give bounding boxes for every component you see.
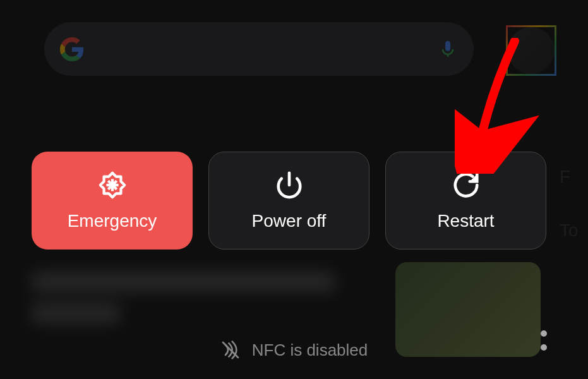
google-search-bar bbox=[44, 22, 474, 76]
nfc-status-text: NFC is disabled bbox=[252, 340, 368, 360]
restart-label: Restart bbox=[437, 211, 494, 231]
emergency-button[interactable]: Emergency bbox=[32, 152, 193, 250]
poweroff-button[interactable]: Power off bbox=[208, 152, 369, 250]
power-menu: Emergency Power off Restart bbox=[32, 152, 546, 250]
restart-button[interactable]: Restart bbox=[385, 152, 546, 250]
nfc-disabled-icon bbox=[220, 340, 241, 360]
nfc-status: NFC is disabled bbox=[0, 340, 588, 360]
poweroff-label: Power off bbox=[252, 211, 327, 231]
emergency-label: Emergency bbox=[68, 211, 157, 231]
power-icon bbox=[275, 171, 304, 200]
emergency-icon bbox=[98, 171, 127, 200]
cropped-side-text: F To bbox=[560, 161, 588, 247]
restart-icon bbox=[452, 171, 481, 200]
profile-avatar bbox=[506, 25, 556, 76]
blurred-headline bbox=[32, 272, 347, 335]
google-logo-icon bbox=[60, 37, 84, 61]
microphone-icon bbox=[438, 39, 458, 59]
more-options-icon[interactable] bbox=[541, 330, 547, 351]
